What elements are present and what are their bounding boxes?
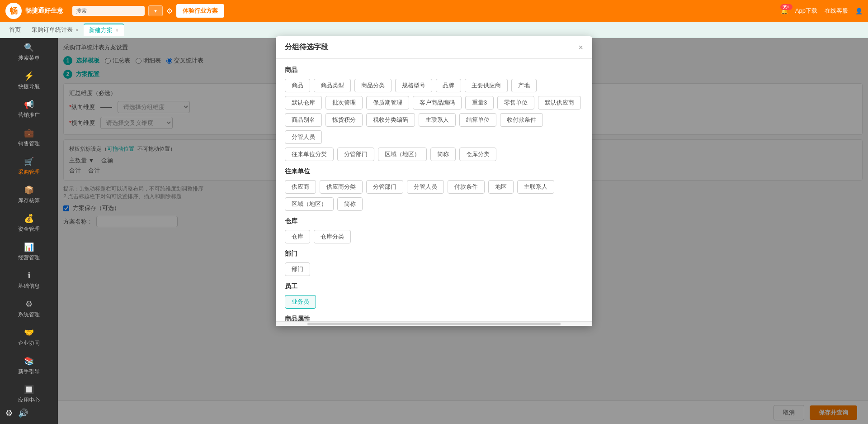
field-tag[interactable]: 分管人员: [407, 180, 444, 194]
field-tag[interactable]: 默认供应商: [538, 96, 581, 110]
field-tag[interactable]: 分管部门: [366, 180, 403, 194]
header-center: ▾ ⚙ 体验行业方案: [72, 4, 772, 18]
sales-icon: 💼: [24, 128, 34, 138]
field-tag-selected[interactable]: 业务员: [285, 295, 316, 309]
field-tag[interactable]: 客户商品编码: [413, 96, 462, 110]
sidebar-item-system[interactable]: ⚙ 系统管理: [0, 295, 58, 323]
product-field-tags: 商品 商品类型 商品分类 规格型号 品牌 主要供应商 产地: [285, 79, 583, 92]
tab-home[interactable]: 首页: [4, 24, 26, 36]
notification-bell[interactable]: 🔔 99+: [781, 8, 788, 14]
field-tag[interactable]: 区域（地区）: [378, 148, 427, 161]
sidebar-item-finance[interactable]: 💰 资金管理: [0, 209, 58, 238]
sidebar-item-sales[interactable]: 💼 销售管理: [0, 124, 58, 152]
sidebar-item-purchase-label: 采购管理: [18, 168, 40, 176]
field-tag[interactable]: 收付款条件: [500, 113, 543, 127]
field-tag[interactable]: 拣货积分: [326, 113, 363, 127]
basics-icon: ℹ: [28, 271, 31, 281]
field-tag[interactable]: 重量3: [465, 96, 494, 110]
volume-icon[interactable]: 🔊: [18, 408, 28, 418]
field-tag[interactable]: 结算单位: [459, 113, 496, 127]
sidebar-item-marketing[interactable]: 📢 营销推广: [0, 95, 58, 124]
search-input[interactable]: [72, 6, 145, 16]
field-tag[interactable]: 主要供应商: [465, 79, 508, 92]
field-tag[interactable]: 分管部门: [337, 148, 374, 161]
field-tag[interactable]: 部门: [285, 262, 310, 276]
app-download[interactable]: App下载: [795, 7, 817, 15]
operations-icon: 📊: [24, 242, 34, 252]
field-tag[interactable]: 零售单位: [497, 96, 534, 110]
group-title-warehouse: 仓库: [285, 217, 583, 225]
modal-scrollbar-h: [276, 321, 592, 326]
settings-bottom-icon[interactable]: ⚙: [5, 408, 13, 418]
tab-bar: 首页 采购订单统计表 × 新建方案 ×: [0, 22, 868, 38]
field-tag[interactable]: 供应商分类: [320, 180, 363, 194]
sidebar-item-system-label: 系统管理: [18, 311, 40, 319]
field-tag[interactable]: 商品别名: [285, 113, 322, 127]
sidebar-item-inventory-label: 库存核算: [18, 197, 40, 205]
header-dropdown[interactable]: ▾: [148, 5, 163, 16]
field-tag[interactable]: 付款条件: [448, 180, 485, 194]
sidebar-item-search[interactable]: 🔍 搜索菜单: [0, 38, 58, 67]
sidebar-item-operations-label: 经营管理: [18, 254, 40, 262]
field-tag[interactable]: 分管人员: [285, 130, 322, 144]
tab-purchase-stats-label: 采购订单统计表: [32, 26, 73, 34]
field-tag[interactable]: 批次管理: [326, 96, 363, 110]
modal-close-button[interactable]: ×: [578, 43, 583, 52]
department-field-tags: 部门: [285, 262, 583, 276]
tab-new-plan[interactable]: 新建方案 ×: [84, 24, 123, 36]
tab-purchase-stats[interactable]: 采购订单统计表 ×: [26, 24, 84, 36]
marketing-icon: 📢: [24, 100, 34, 110]
field-tag[interactable]: 默认仓库: [285, 96, 322, 110]
field-tag[interactable]: 仓库: [285, 230, 310, 243]
field-tag[interactable]: 仓库分类: [459, 148, 496, 161]
group-title-employee: 员工: [285, 282, 583, 291]
field-tag[interactable]: 地区: [488, 180, 514, 194]
field-tag[interactable]: 主联系人: [419, 113, 456, 127]
sidebar-item-collab[interactable]: 🤝 企业协同: [0, 323, 58, 352]
top-header: 畅 畅捷通好生意 ▾ ⚙ 体验行业方案 🔔 99+ App下载 在线客服 👤: [0, 0, 868, 22]
field-tag[interactable]: 区域（地区）: [285, 197, 334, 211]
field-tag[interactable]: 品牌: [436, 79, 461, 92]
field-tag[interactable]: 规格型号: [395, 79, 432, 92]
field-tag[interactable]: 简称: [337, 197, 363, 211]
sidebar-item-finance-label: 资金管理: [18, 225, 40, 233]
trial-button[interactable]: 体验行业方案: [176, 4, 224, 18]
notification-badge: 99+: [780, 4, 793, 10]
sidebar-item-inventory[interactable]: 📦 库存核算: [0, 181, 58, 209]
partner-field-tags: 供应商 供应商分类 分管部门 分管人员 付款条件 地区 主联系人: [285, 180, 583, 194]
field-tag[interactable]: 税收分类编码: [366, 113, 415, 127]
field-tag[interactable]: 产地: [511, 79, 537, 92]
field-tag[interactable]: 保质期管理: [366, 96, 409, 110]
modal-title: 分组待选字段: [285, 43, 328, 52]
field-tag[interactable]: 商品分类: [354, 79, 392, 92]
field-tag[interactable]: 商品类型: [314, 79, 351, 92]
sidebar-item-quicknav[interactable]: ⚡ 快捷导航: [0, 67, 58, 95]
sidebar-item-purchase[interactable]: 🛒 采购管理: [0, 152, 58, 181]
product-field-tags4: 往来单位分类 分管部门 区域（地区） 简称 仓库分类: [285, 148, 583, 161]
tab-new-plan-close[interactable]: ×: [115, 28, 118, 33]
field-tag[interactable]: 往来单位分类: [285, 148, 334, 161]
modal-body: 商品 商品 商品类型 商品分类 规格型号 品牌 主要供应商 产地 默认仓库 批次…: [276, 59, 592, 321]
online-service[interactable]: 在线客服: [825, 7, 848, 15]
sidebar-item-guide[interactable]: 📚 新手引导: [0, 352, 58, 380]
field-tag[interactable]: 简称: [430, 148, 456, 161]
employee-field-tags: 业务员: [285, 295, 583, 309]
warehouse-field-tags: 仓库 仓库分类: [285, 230, 583, 243]
field-tag[interactable]: 供应商: [285, 180, 316, 194]
header-right: 🔔 99+ App下载 在线客服 👤: [781, 7, 863, 15]
sidebar-item-guide-label: 新手引导: [18, 368, 40, 376]
tab-purchase-stats-close[interactable]: ×: [75, 27, 78, 33]
tab-new-plan-label: 新建方案: [89, 26, 113, 34]
sidebar-item-basics[interactable]: ℹ 基础信息: [0, 266, 58, 295]
sidebar-item-sales-label: 销售管理: [18, 140, 40, 148]
sidebar-item-marketing-label: 营销推广: [18, 111, 40, 119]
gear-icon[interactable]: ⚙: [166, 7, 173, 15]
sidebar-item-operations[interactable]: 📊 经营管理: [0, 238, 58, 266]
user-avatar[interactable]: 👤: [855, 8, 863, 14]
group-title-product: 商品: [285, 66, 583, 74]
group-title-department: 部门: [285, 250, 583, 258]
field-tag[interactable]: 主联系人: [517, 180, 554, 194]
logo-icon: 畅: [5, 3, 22, 19]
field-tag[interactable]: 商品: [285, 79, 310, 92]
field-tag[interactable]: 仓库分类: [314, 230, 351, 243]
